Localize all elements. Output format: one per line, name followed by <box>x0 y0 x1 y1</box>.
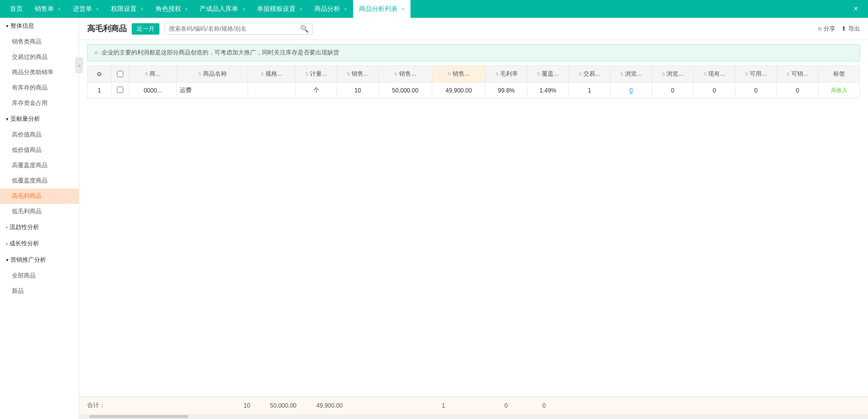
nav-permission[interactable]: 权限设置 × <box>105 0 150 18</box>
search-input[interactable] <box>169 25 300 32</box>
scrollbar-thumb[interactable] <box>89 415 188 418</box>
sidebar-item-sales-goods[interactable]: 销售类商品 <box>0 34 79 49</box>
cell-name: 运费 <box>177 83 248 98</box>
cell-unit: 个 <box>296 83 337 98</box>
cell-gross-rate: 99.8% <box>486 83 527 98</box>
col-header-spec[interactable]: ⇅规格... <box>248 66 296 83</box>
chevron-down-icon: ▾ <box>6 23 8 29</box>
col-header-name[interactable]: ⇅商品名称 <box>177 66 248 83</box>
cell-browse2: 0 <box>652 83 694 98</box>
sidebar-item-stock-capital[interactable]: 库存资金占用 <box>0 95 79 111</box>
sidebar-group-growth[interactable]: › 成长性分析 <box>0 235 79 252</box>
col-header-coverage[interactable]: ⇅覆盖... <box>527 66 569 83</box>
nav-analysis[interactable]: 商品分析 × <box>308 0 353 18</box>
sidebar-item-low-coverage[interactable]: 低覆盖度商品 <box>0 173 79 188</box>
close-icon[interactable]: × <box>141 6 144 12</box>
col-header-trade[interactable]: ⇅交易... <box>569 66 611 83</box>
col-header-browse1[interactable]: ⇅浏览... <box>611 66 652 83</box>
content-header: 高毛利商品 近一月 🔍 ⎋ 分享 ⬆ 导出 <box>79 18 868 40</box>
share-button[interactable]: ⎋ 分享 <box>818 25 835 33</box>
nav-close-button[interactable]: × <box>848 4 864 13</box>
export-button[interactable]: ⬆ 导出 <box>841 25 860 33</box>
col-header-stock2[interactable]: ⇅可用... <box>735 66 777 83</box>
cell-coverage: 1.49% <box>527 83 569 98</box>
info-banner: ✧ 企业的主要的利润都是这部分商品创造的，可考虑加大推广，同时关注库存是否要出现… <box>87 44 860 61</box>
col-header-gross-rate[interactable]: ⇅毛利率 <box>486 66 527 83</box>
close-icon[interactable]: × <box>242 6 245 12</box>
col-header-tag[interactable]: 标签 <box>818 66 860 83</box>
sidebar-group-overall[interactable]: ▾ 整体信息 <box>0 18 79 34</box>
row-checkbox[interactable] <box>117 87 123 93</box>
footer-stock2: 0 <box>543 402 546 409</box>
footer-trade: 1 <box>442 402 445 409</box>
close-icon[interactable]: × <box>58 6 61 12</box>
cell-spec <box>248 83 296 98</box>
close-icon[interactable]: × <box>300 6 303 12</box>
table-footer: 合计： 10 50,000.00 49,900.00 1 0 0 <box>79 396 868 414</box>
footer-sale-amount: 50,000.00 <box>270 402 296 409</box>
footer-cells: 10 50,000.00 49,900.00 1 0 0 <box>105 402 860 409</box>
col-header-settings[interactable]: ⚙ <box>88 66 111 83</box>
sidebar-item-low-margin[interactable]: 低毛利商品 <box>0 204 79 219</box>
nav-inbound[interactable]: 产成品入库单 × <box>194 0 251 18</box>
cell-stock3: 0 <box>777 83 818 98</box>
close-icon[interactable]: × <box>185 6 188 12</box>
footer-label: 合计： <box>87 401 105 410</box>
sidebar-group-marketing[interactable]: ▾ 营销推广分析 <box>0 252 79 268</box>
footer-stock1: 0 <box>505 402 508 409</box>
chevron-right-icon: › <box>6 241 7 246</box>
sidebar-item-in-stock[interactable]: 有库存的商品 <box>0 80 79 95</box>
cell-browse1[interactable]: 0 <box>611 83 652 98</box>
col-header-stock3[interactable]: ⇅可销... <box>777 66 818 83</box>
col-header-sale-amount[interactable]: ⇅销售... <box>379 66 432 83</box>
cell-trade: 1 <box>569 83 611 98</box>
col-header-browse2[interactable]: ⇅浏览... <box>652 66 694 83</box>
cell-num: 1 <box>88 83 111 98</box>
cell-stock2: 0 <box>735 83 777 98</box>
cell-check[interactable] <box>111 83 129 98</box>
chevron-right-icon: › <box>6 225 7 230</box>
select-all-checkbox[interactable] <box>117 71 123 77</box>
sidebar-item-high-margin[interactable]: 高毛利商品 <box>0 188 79 204</box>
sidebar-item-low-value[interactable]: 低价值商品 <box>0 142 79 158</box>
cell-sale-amount: 50,000.00 <box>379 83 432 98</box>
search-icon[interactable]: 🔍 <box>300 25 308 33</box>
col-header-checkbox[interactable] <box>111 66 129 83</box>
cell-sale-qty: 10 <box>337 83 379 98</box>
sidebar-item-traded-goods[interactable]: 交易过的商品 <box>0 49 79 65</box>
close-icon[interactable]: × <box>402 6 405 12</box>
nav-home[interactable]: 首页 <box>4 0 29 18</box>
sidebar-group-contribution[interactable]: ▾ 贡献量分析 <box>0 111 79 127</box>
share-icon: ⎋ <box>818 25 821 32</box>
nav-analysis-list[interactable]: 商品分析列表 × <box>353 0 410 18</box>
cell-code: 0000... <box>129 83 177 98</box>
nav-template[interactable]: 单据模板设置 × <box>251 0 308 18</box>
sidebar-item-high-coverage[interactable]: 高覆盖度商品 <box>0 158 79 173</box>
col-header-sale-cost[interactable]: ⇅销售... <box>432 66 486 83</box>
close-icon[interactable]: × <box>96 6 99 12</box>
table-wrapper[interactable]: ⚙ ⇅商... ⇅商品名称 ⇅规格... <box>79 65 868 396</box>
col-header-stock1[interactable]: ⇅现有... <box>694 66 735 83</box>
chevron-down-icon: ▾ <box>6 116 8 122</box>
period-button[interactable]: 近一月 <box>132 23 159 35</box>
cell-stock1: 0 <box>694 83 735 98</box>
header-actions: ⎋ 分享 ⬆ 导出 <box>818 25 860 33</box>
chevron-down-icon: ▾ <box>6 257 8 263</box>
table-row: 1 0000... 运费 个 10 50,000.00 49,900.00 99… <box>88 83 860 98</box>
sidebar-group-trend[interactable]: › 流趋性分析 <box>0 219 79 235</box>
sidebar-item-high-value[interactable]: 高价值商品 <box>0 127 79 142</box>
nav-sales[interactable]: 销售单 × <box>29 0 67 18</box>
search-box: 🔍 <box>164 23 313 35</box>
horizontal-scrollbar[interactable] <box>79 414 868 419</box>
nav-purchase[interactable]: 进货单 × <box>67 0 105 18</box>
col-header-unit[interactable]: ⇅计量... <box>296 66 337 83</box>
close-icon[interactable]: × <box>344 6 347 12</box>
col-header-sale-qty[interactable]: ⇅销售... <box>337 66 379 83</box>
sidebar-toggle[interactable]: « <box>75 57 83 73</box>
nav-role[interactable]: 角色授权 × <box>150 0 194 18</box>
sidebar-item-category-rate[interactable]: 商品分类助销率 <box>0 65 79 80</box>
col-header-code[interactable]: ⇅商... <box>129 66 177 83</box>
sidebar-item-all-goods[interactable]: 全部商品 <box>0 268 79 283</box>
info-icon: ✧ <box>94 49 99 56</box>
sidebar-item-new-goods[interactable]: 新品 <box>0 283 79 299</box>
